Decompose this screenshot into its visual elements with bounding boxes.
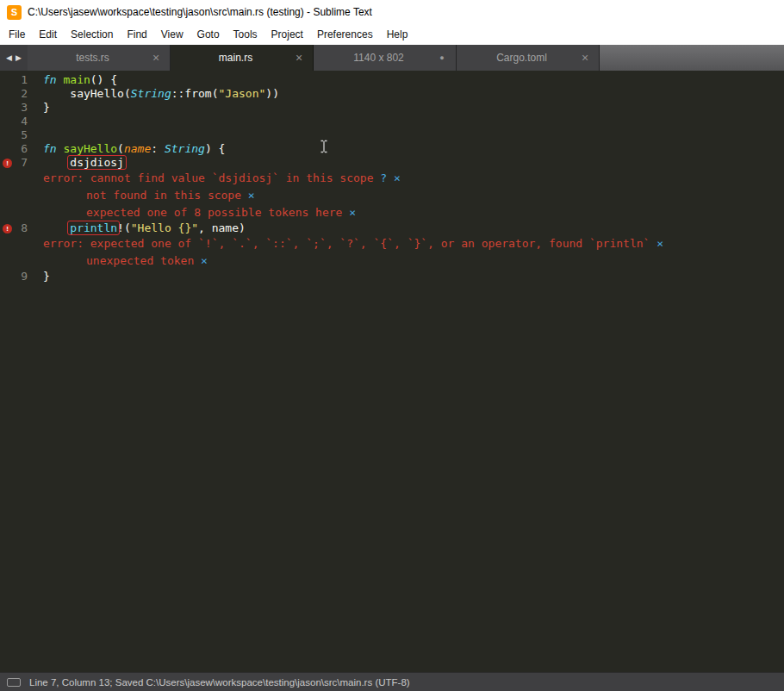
code-line: 4 bbox=[0, 115, 784, 128]
menu-bar: File Edit Selection Find View Goto Tools… bbox=[0, 24, 784, 45]
code-token: , name) bbox=[198, 221, 246, 234]
code-token: } bbox=[43, 101, 50, 114]
code-token: String bbox=[165, 142, 205, 155]
tab-close-icon[interactable]: × bbox=[579, 52, 591, 64]
code-token: } bbox=[43, 270, 50, 283]
error-help-link[interactable]: ? bbox=[380, 171, 387, 184]
status-panel-icon[interactable] bbox=[7, 678, 21, 687]
gutter-cell: 1 bbox=[0, 73, 38, 87]
line-content: fn sayHello(name: String) { bbox=[38, 142, 225, 156]
error-gutter-icon: ! bbox=[3, 159, 12, 168]
tab-label: main.rs bbox=[178, 52, 293, 64]
code-area: 1fn main() {2 sayHello(String::from("Jas… bbox=[0, 73, 784, 283]
tab-bar: ◀ ▶ tests.rs × main.rs × 1140 x 802 ● Ca… bbox=[0, 45, 784, 71]
code-token: ::from( bbox=[171, 87, 219, 100]
gutter-cell: 9 bbox=[0, 270, 38, 283]
code-token: fn bbox=[43, 142, 57, 155]
nav-back-icon[interactable]: ◀ bbox=[6, 53, 12, 62]
line-content bbox=[38, 128, 43, 142]
title-bar: S C:\Users\jasew\workspace\testing\jason… bbox=[0, 0, 784, 24]
menu-file[interactable]: File bbox=[2, 25, 32, 44]
tab-nav-arrows: ◀ ▶ bbox=[0, 45, 28, 71]
tab-cargo-toml[interactable]: Cargo.toml × bbox=[457, 45, 600, 71]
code-token: error: cannot find value `dsjdiosj` in t… bbox=[43, 171, 380, 184]
menu-view[interactable]: View bbox=[154, 25, 190, 44]
code-token: ( bbox=[117, 142, 124, 155]
menu-find[interactable]: Find bbox=[120, 25, 153, 44]
menu-help[interactable]: Help bbox=[380, 25, 415, 44]
code-token: "Jason" bbox=[219, 87, 266, 100]
error-annotation-line: unexpected token × bbox=[0, 252, 784, 270]
line-number: 3 bbox=[21, 101, 28, 114]
code-token: sayHello bbox=[63, 142, 117, 155]
code-line: 6fn sayHello(name: String) { bbox=[0, 142, 784, 156]
tab-label: tests.rs bbox=[35, 52, 150, 64]
code-editor[interactable]: 1fn main() {2 sayHello(String::from("Jas… bbox=[0, 71, 784, 672]
gutter-cell bbox=[0, 187, 38, 204]
code-token: : bbox=[151, 142, 165, 155]
code-token: not found in this scope bbox=[86, 189, 248, 202]
gutter-cell bbox=[0, 170, 38, 187]
menu-goto[interactable]: Goto bbox=[190, 25, 227, 44]
code-token: ) { bbox=[205, 142, 225, 155]
dismiss-error-icon[interactable]: × bbox=[248, 189, 255, 202]
code-token: expected one of 8 possible tokens here bbox=[86, 206, 349, 219]
line-content: error: expected one of `!`, `.`, `::`, `… bbox=[38, 235, 663, 252]
code-token: println bbox=[67, 221, 120, 235]
gutter-cell: 3 bbox=[0, 101, 38, 115]
line-content: unexpected token × bbox=[38, 252, 208, 270]
tab-tests-rs[interactable]: tests.rs × bbox=[28, 45, 171, 71]
tab-close-icon[interactable]: × bbox=[150, 52, 162, 64]
tab-label: Cargo.toml bbox=[464, 52, 579, 64]
code-line: 2 sayHello(String::from("Jason")) bbox=[0, 87, 784, 101]
gutter-cell: 2 bbox=[0, 87, 38, 101]
code-line: 5 bbox=[0, 128, 784, 142]
line-content: } bbox=[38, 270, 50, 283]
dismiss-error-icon[interactable]: × bbox=[656, 237, 663, 250]
line-content: fn main() { bbox=[38, 73, 117, 87]
gutter-cell bbox=[0, 252, 38, 270]
gutter-cell bbox=[0, 235, 38, 252]
gutter-cell: !8 bbox=[0, 221, 38, 235]
code-token: unexpected token bbox=[86, 254, 201, 267]
line-content: expected one of 8 possible tokens here × bbox=[38, 204, 356, 221]
line-number: 8 bbox=[21, 221, 28, 234]
status-text: Line 7, Column 13; Saved C:\Users\jasew\… bbox=[29, 677, 410, 688]
menu-project[interactable]: Project bbox=[264, 25, 310, 44]
code-token bbox=[387, 171, 394, 184]
dismiss-error-icon[interactable]: × bbox=[394, 171, 401, 184]
dismiss-error-icon[interactable]: × bbox=[349, 206, 356, 219]
line-number: 6 bbox=[21, 142, 28, 155]
tab-1140x802[interactable]: 1140 x 802 ● bbox=[314, 45, 457, 71]
line-number: 9 bbox=[21, 270, 28, 283]
error-annotation-line: expected one of 8 possible tokens here × bbox=[0, 204, 784, 221]
code-line: 3} bbox=[0, 101, 784, 115]
line-content: println!("Hello {}", name) bbox=[38, 221, 246, 235]
tab-dirty-icon[interactable]: ● bbox=[436, 53, 448, 62]
gutter-cell: 4 bbox=[0, 115, 38, 128]
code-token: dsjdiosj bbox=[67, 155, 127, 170]
sublime-logo-icon: S bbox=[7, 5, 22, 20]
code-token bbox=[43, 221, 70, 234]
code-token: !( bbox=[117, 221, 131, 234]
tab-main-rs[interactable]: main.rs × bbox=[171, 45, 314, 71]
menu-preferences[interactable]: Preferences bbox=[310, 25, 380, 44]
gutter-cell: 6 bbox=[0, 142, 38, 156]
menu-edit[interactable]: Edit bbox=[32, 25, 64, 44]
code-token: sayHello( bbox=[43, 87, 131, 100]
error-gutter-icon: ! bbox=[3, 224, 12, 233]
code-token: )) bbox=[265, 87, 279, 100]
tab-label: 1140 x 802 bbox=[321, 52, 436, 64]
code-token: String bbox=[131, 87, 171, 100]
error-annotation-line: not found in this scope × bbox=[0, 187, 784, 204]
code-line: 1fn main() { bbox=[0, 73, 784, 87]
line-number: 1 bbox=[21, 73, 28, 86]
dismiss-error-icon[interactable]: × bbox=[201, 254, 208, 267]
menu-selection[interactable]: Selection bbox=[64, 25, 120, 44]
nav-forward-icon[interactable]: ▶ bbox=[16, 53, 22, 62]
tab-close-icon[interactable]: × bbox=[293, 52, 305, 64]
line-content: error: cannot find value `dsjdiosj` in t… bbox=[38, 170, 401, 187]
line-number: 7 bbox=[21, 156, 28, 169]
line-content: } bbox=[38, 101, 50, 115]
menu-tools[interactable]: Tools bbox=[227, 25, 264, 44]
